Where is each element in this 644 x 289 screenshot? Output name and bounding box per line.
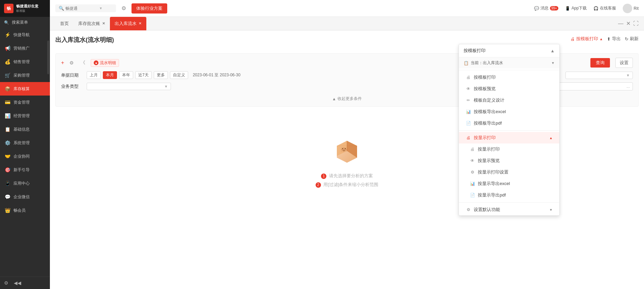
date-range-display: 2023-06-01 至 2023-06-30 — [193, 72, 240, 78]
sidebar-item-operation[interactable]: 📊 经营管理 — [0, 109, 50, 123]
message-button[interactable]: 💬 消息 99+ — [534, 5, 558, 11]
sidebar-item-inventory[interactable]: 📦 库存核算 — [0, 82, 50, 96]
filter-collapse-button[interactable]: 《 — [81, 60, 85, 66]
business-type-select[interactable]: ▼ — [87, 83, 171, 90]
sidebar-item-basic-info[interactable]: 📋 基础信息 — [0, 123, 50, 136]
sidebar: 畅 畅捷通好生意 标准版 🔍 搜索菜单 ⚡ 快捷导航 📢 营销推广 💰 销售管理… — [0, 0, 50, 289]
tab-home[interactable]: 首页 — [55, 17, 74, 30]
quick-nav-icon: ⚡ — [4, 31, 11, 38]
online-service-button[interactable]: 🎧 在线客服 — [593, 5, 616, 11]
search-menu-item[interactable]: 🔍 搜索菜单 — [0, 17, 50, 28]
dropdown-item-template-custom[interactable]: ✏ 模板自定义设计 — [459, 95, 559, 106]
guide-icon: 🎯 — [4, 166, 11, 173]
message-badge: 99+ — [550, 6, 558, 10]
header-search-box[interactable]: 🔍 ▼ — [55, 4, 116, 12]
close-inventory-batch-tab[interactable]: ✕ — [102, 21, 105, 26]
dropdown-item-template-print[interactable]: 🖨 按模板打印 — [459, 72, 559, 83]
dropdown-item-display-pdf[interactable]: 📄 按显示导出pdf — [459, 189, 559, 201]
dropdown-close-icon[interactable]: ▲ — [550, 48, 555, 53]
date-btn-custom[interactable]: 自定义 — [170, 71, 188, 79]
export-icon: ⬆ — [607, 36, 611, 42]
date-btn-this-year[interactable]: 本年 — [119, 71, 133, 79]
close-window-icon[interactable]: ✕ — [626, 20, 631, 27]
member-icon: 👑 — [4, 207, 11, 214]
basic-info-icon: 📋 — [4, 126, 11, 133]
maximize-window-icon[interactable]: ⛶ — [633, 21, 639, 27]
sidebar-item-marketing[interactable]: 📢 营销推广 — [0, 42, 50, 55]
sidebar-item-system[interactable]: ⚙️ 系统管理 — [0, 136, 50, 150]
purchase-icon: 🛒 — [4, 72, 11, 79]
app-download-button[interactable]: 📱 App下载 — [565, 5, 587, 11]
display-preview-icon: 👁 — [470, 158, 475, 163]
sidebar-item-finance[interactable]: 💳 资金管理 — [0, 96, 50, 109]
settings-icon[interactable]: ⚙ — [4, 280, 8, 286]
date-btn-more[interactable]: 更多 — [154, 71, 168, 79]
gear-settings-icon[interactable]: ⚙ — [121, 5, 126, 11]
template-custom-icon: ✏ — [466, 98, 471, 103]
business-type-label: 业务类型 — [61, 83, 81, 89]
filter-setting-button[interactable]: ⚙ — [69, 60, 74, 65]
doc-type-select[interactable]: ▼ — [565, 72, 633, 79]
tab-inventory-batch[interactable]: 库存批次账 ✕ — [74, 17, 110, 30]
date-btn-last-month[interactable]: 上月 — [87, 71, 101, 79]
settings-button[interactable]: 设置 — [615, 58, 633, 68]
print-icon: 🖨 — [570, 36, 575, 42]
sales-icon: 💰 — [4, 58, 11, 65]
close-inventory-flow-tab[interactable]: ✕ — [139, 21, 142, 26]
wechat-icon: 💬 — [4, 193, 11, 200]
sidebar-item-cooperation[interactable]: 🤝 企业协同 — [0, 150, 50, 163]
display-print-icon: 🖨 — [470, 147, 475, 152]
query-button[interactable]: 查询 — [590, 58, 610, 68]
sidebar-item-quick-nav[interactable]: ⚡ 快捷导航 — [0, 28, 50, 42]
operation-icon: 📊 — [4, 112, 11, 119]
app-center-icon: 📱 — [4, 180, 11, 187]
collapse-filter-button[interactable]: ▲ 收起更多条件 — [332, 96, 362, 102]
message-icon: 💬 — [534, 6, 539, 11]
empty-text: 1 请先选择要分析的方案 2 用[过滤]条件来缩小分析范围 — [316, 172, 379, 189]
toolbar: 🖨 按模板打印 ▲ ⬆ 导出 ↻ 刷新 — [570, 36, 639, 42]
logo-text: 畅捷通好生意 标准版 — [16, 4, 38, 13]
dropdown-item-display-preview[interactable]: 👁 按显示预览 — [459, 155, 559, 166]
refresh-button[interactable]: ↻ 刷新 — [625, 36, 639, 42]
dropdown-item-template-excel[interactable]: 📊 按模板导出excel — [459, 106, 559, 117]
tab-inventory-flow[interactable]: 出入库流水 ✕ — [110, 17, 146, 30]
sidebar-item-purchase[interactable]: 🛒 采购管理 — [0, 69, 50, 82]
sidebar-item-member[interactable]: 👑 畅会员 — [0, 204, 50, 217]
cooperation-icon: 🤝 — [4, 153, 11, 160]
dropdown-item-display-print-settings[interactable]: ⚙ 按显示打印设置 — [459, 166, 559, 178]
sidebar-bottom: ⚙ ◀◀ — [0, 277, 50, 289]
date-btn-this-month[interactable]: 本月 — [103, 71, 117, 79]
warehouse-more-icon[interactable]: ... — [626, 84, 630, 89]
dropdown-item-display-print[interactable]: 🖨 按显示打印 — [459, 143, 559, 155]
filter-add-button[interactable]: + — [61, 60, 64, 66]
svg-point-9 — [345, 148, 346, 149]
user-avatar — [623, 4, 632, 13]
user-profile-button[interactable]: Rit — [623, 4, 639, 13]
inventory-icon: 📦 — [4, 85, 11, 92]
dropdown-item-template-pdf[interactable]: 📄 按模板导出pdf — [459, 117, 559, 129]
dropdown-item-template-preview[interactable]: 👁 按模板预览 — [459, 83, 559, 95]
print-template-button[interactable]: 🖨 按模板打印 ▲ — [570, 36, 603, 42]
header: 🔍 ▼ ⚙ 体验行业方案 💬 消息 99+ 📱 App下载 🎧 在线客服 — [50, 0, 644, 17]
export-button[interactable]: ⬆ 导出 — [607, 36, 621, 42]
collapse-sidebar-icon[interactable]: ◀◀ — [14, 280, 21, 286]
sidebar-item-guide[interactable]: 🎯 新手引导 — [0, 163, 50, 177]
sidebar-item-app-center[interactable]: 📱 应用中心 — [0, 177, 50, 190]
dropdown-current: 📋 当前：出入库流水 ▼ — [459, 57, 559, 69]
sidebar-logo: 畅 畅捷通好生意 标准版 — [0, 0, 50, 17]
dropdown-section-display[interactable]: 🖨 按显示打印 ▲ — [459, 132, 559, 143]
sidebar-item-sales[interactable]: 💰 销售管理 — [0, 55, 50, 69]
industry-solution-button[interactable]: 体验行业方案 — [131, 3, 167, 14]
dropdown-item-default-func[interactable]: ⚙ 设置默认功能 ▼ — [459, 204, 559, 215]
date-btn-7days[interactable]: 近7天 — [135, 71, 152, 79]
default-func-expand-icon[interactable]: ▼ — [549, 208, 553, 212]
current-expand-icon[interactable]: ▼ — [551, 61, 555, 65]
collapse-up-icon: ▲ — [332, 97, 336, 101]
dropdown-item-display-excel[interactable]: 📊 按显示导出excel — [459, 178, 559, 189]
minimize-window-icon[interactable]: — — [618, 21, 623, 27]
sidebar-item-wechat[interactable]: 💬 企业微信 — [0, 190, 50, 204]
empty-illustration — [330, 132, 364, 166]
template-print-icon: 🖨 — [466, 75, 471, 80]
header-search-input[interactable] — [65, 6, 99, 11]
display-section-collapse-icon[interactable]: ▲ — [549, 136, 553, 140]
